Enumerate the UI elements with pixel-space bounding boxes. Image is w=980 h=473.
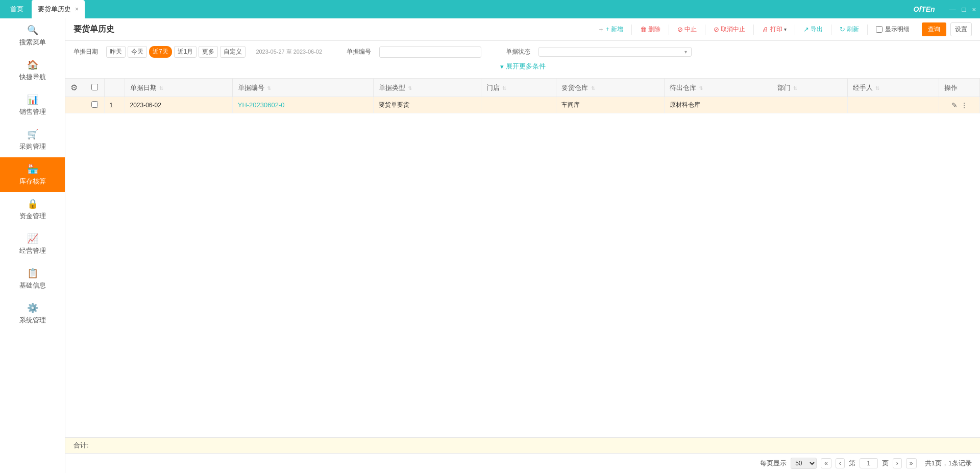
sort-icon-doc-type: ⇅ [408,85,412,91]
data-table: ⚙ 单据日期 ⇅ 单据编号 ⇅ [65,79,980,113]
td-handler [847,97,939,113]
date-btn-today[interactable]: 今天 [128,46,147,58]
toolbar-divider-7 [867,25,868,35]
sidebar-item-quick-nav[interactable]: 🏠 快捷导航 [0,53,65,88]
tab-close-icon[interactable]: × [75,6,79,13]
show-detail-checkbox[interactable] [876,26,883,33]
print-button[interactable]: 🖨 打印 ▾ [758,23,791,36]
sidebar-item-sales-mgmt[interactable]: 📊 销售管理 [0,88,65,123]
date-btn-last1month[interactable]: 近1月 [174,46,197,58]
th-handler[interactable]: 经手人 ⇅ [847,79,939,97]
sidebar-item-label: 系统管理 [19,316,46,325]
maximize-btn[interactable]: □ [962,6,966,13]
tab-home-label: 首页 [10,5,23,14]
first-page-btn[interactable]: « [821,458,831,468]
new-button[interactable]: ＋ + 新增 [594,23,627,36]
tab-home[interactable]: 首页 [4,0,30,18]
th-doc-date[interactable]: 单据日期 ⇅ [125,79,232,97]
doc-number-link[interactable]: YH-20230602-0 [238,101,285,109]
date-btn-yesterday[interactable]: 昨天 [106,46,126,58]
search-menu-icon: 🔍 [27,25,38,36]
sort-icon-department: ⇅ [793,85,797,91]
date-btn-custom[interactable]: 自定义 [220,46,246,58]
close-btn-window[interactable]: × [972,6,976,13]
date-range-display: 2023-05-27 至 2023-06-02 [256,48,322,56]
th-checkbox [86,79,104,97]
td-department [772,97,847,113]
sidebar-item-label: 资金管理 [19,211,46,221]
td-seq: 1 [104,97,125,113]
row-checkbox[interactable] [91,101,98,108]
column-settings-icon[interactable]: ⚙ [70,83,78,92]
sidebar-item-purchase-mgmt[interactable]: 🛒 采购管理 [0,123,65,157]
inventory-icon: 🏪 [27,163,38,175]
td-store [481,97,556,113]
sidebar-item-search-menu[interactable]: 🔍 搜索菜单 [0,18,65,53]
sidebar-item-operations[interactable]: 📈 经营管理 [0,227,65,262]
status-label: 单据状态 [506,48,530,56]
per-page-select[interactable]: 50 10 20 100 [791,458,817,469]
export-button[interactable]: ↗ 导出 [799,23,827,36]
th-store[interactable]: 门店 ⇅ [481,79,556,97]
print-icon: 🖨 [762,26,769,33]
sort-icon-doc-date: ⇅ [159,85,163,91]
per-page-label: 每页显示 [760,459,787,468]
expand-more-btn[interactable]: ▾ 展开更多条件 [74,60,972,73]
page-number-input[interactable] [860,458,878,468]
toolbar-divider-6 [831,25,831,35]
date-btn-more[interactable]: 更多 [199,46,218,58]
show-detail-button[interactable]: 显示明细 [872,23,914,36]
sidebar-item-label: 基础信息 [19,281,46,290]
prev-page-btn[interactable]: ‹ [836,458,845,468]
sort-icon-doc-number: ⇅ [267,85,271,91]
cancel-stop-button[interactable]: ⊘ 取消中止 [709,23,749,36]
cancel-stop-icon: ⊘ [714,26,719,33]
filter-area: 单据日期 昨天 今天 近7天 近1月 更多 自定义 2023-05-27 至 2… [65,41,980,79]
sidebar-item-basic-info[interactable]: 📋 基础信息 [0,262,65,296]
sidebar-item-label: 库存核算 [19,177,46,186]
settings-button[interactable]: 设置 [950,22,972,36]
th-doc-number[interactable]: 单据编号 ⇅ [232,79,373,97]
doc-number-input[interactable] [379,46,481,58]
expand-label: 展开更多条件 [506,62,546,71]
page-header: 要货单历史 ＋ + 新增 🗑 删除 ⊘ 中止 ⊘ 取消中止 🖨 [65,18,980,41]
date-filter-label: 单据日期 [74,48,98,56]
basic-info-icon: 📋 [27,268,38,279]
sidebar-item-system-mgmt[interactable]: ⚙️ 系统管理 [0,296,65,331]
sidebar-item-finance[interactable]: 🔒 资金管理 [0,192,65,227]
next-page-btn[interactable]: › [893,458,902,468]
sales-mgmt-icon: 📊 [27,94,38,105]
last-page-btn[interactable]: » [906,458,917,468]
td-doc-type: 要货单要货 [373,97,481,113]
row-more-icon[interactable]: ⋮ [961,101,968,109]
stop-button[interactable]: ⊘ 中止 [673,23,701,36]
sidebar-item-label: 经营管理 [19,246,46,255]
sum-row: 合计: [65,437,980,453]
th-req-warehouse[interactable]: 要货仓库 ⇅ [556,79,664,97]
action-icons: ✎ ⋮ [944,101,974,109]
sort-icon-req-warehouse: ⇅ [591,85,595,91]
sidebar-item-inventory[interactable]: 🏪 库存核算 [0,157,65,192]
status-select-arrow: ▾ [684,49,687,55]
query-button[interactable]: 查询 [922,22,946,36]
delete-button[interactable]: 🗑 删除 [636,23,665,36]
refresh-button[interactable]: ↻ 刷新 [836,23,863,36]
sum-label: 合计: [74,441,89,450]
window-controls: OfTEn — □ × [914,5,976,13]
tab-requisition-history[interactable]: 要货单历史 × [32,0,85,18]
row-edit-icon[interactable]: ✎ [951,101,958,109]
new-icon: ＋ [598,25,604,34]
sort-icon-pending-warehouse: ⇅ [699,85,703,91]
th-doc-type[interactable]: 单据类型 ⇅ [373,79,481,97]
date-btn-last7days[interactable]: 近7天 [149,46,172,58]
minimize-btn[interactable]: — [949,6,956,13]
sidebar: 🔍 搜索菜单 🏠 快捷导航 📊 销售管理 🛒 采购管理 🏪 库存核算 🔒 资金管… [0,18,65,473]
quick-nav-icon: 🏠 [27,59,38,70]
th-department[interactable]: 部门 ⇅ [772,79,847,97]
toolbar-divider-2 [669,25,669,35]
th-pending-warehouse[interactable]: 待出仓库 ⇅ [664,79,772,97]
select-all-checkbox[interactable] [91,84,98,90]
status-select[interactable]: ▾ [538,47,692,57]
operations-icon: 📈 [27,233,38,244]
expand-icon: ▾ [500,63,504,70]
